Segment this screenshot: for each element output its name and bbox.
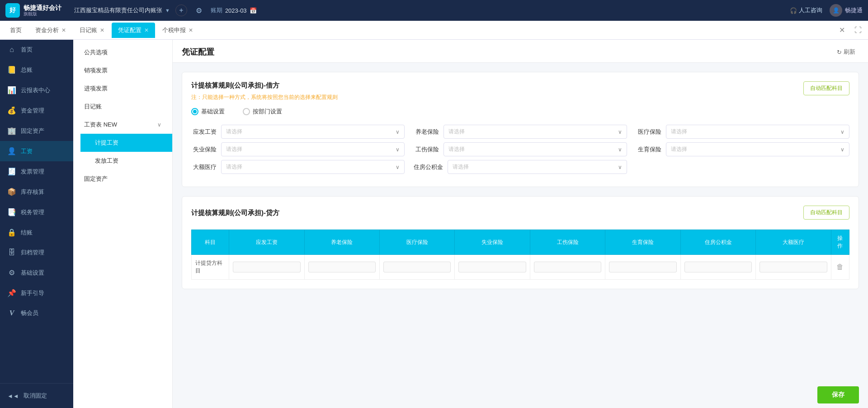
delete-row-button[interactable]: 🗑 [836,263,844,271]
sidebar-item-salary[interactable]: 👤 工资 [0,141,73,161]
sidebar-label-tax: 税务管理 [21,208,66,216]
debit-auto-match-button[interactable]: 自动匹配科目 [803,81,849,95]
tab-voucher[interactable]: 凭证配置 ✕ [112,23,155,38]
select-gross-salary-value: 请选择 [226,128,242,136]
add-button[interactable]: + [175,5,187,16]
select-injury[interactable]: 请选择 ∨ [443,142,627,156]
select-housing-fund-value: 请选择 [453,163,469,171]
sidebar-item-funds[interactable]: 💰 资金管理 [0,100,73,121]
tab-tax-close[interactable]: ✕ [189,27,193,33]
sidebar-item-close[interactable]: 🔒 结账 [0,222,73,243]
credit-auto-match-button[interactable]: 自动匹配科目 [803,206,849,220]
sidebar-label-home: 首页 [21,46,66,54]
radio-dept[interactable]: 按部门设置 [243,108,282,116]
accounting-period: 账期 2023-03 📅 [211,6,257,14]
close-all-button[interactable]: ✕ [835,24,848,37]
input-housing-fund[interactable] [684,262,752,272]
nav-pay-salary[interactable]: 发放工资 [80,152,172,170]
cancel-pin-button[interactable]: ◄◄ 取消固定 [0,387,73,404]
label-large-medical: 大额医疗 [191,163,217,171]
input-unemployment[interactable] [458,262,526,272]
sidebar-item-tax[interactable]: 📑 税务管理 [0,202,73,222]
radio-basic[interactable]: 基础设置 [191,108,225,116]
refresh-button[interactable]: ↻ 刷新 [833,46,859,58]
table-header-row: 科目 应发工资 养老保险 医疗保险 失业保险 工伤保险 生育保险 住房公积金 大… [192,230,849,255]
select-maternity-arrow: ∨ [840,146,844,153]
input-maternity[interactable] [609,262,676,272]
nav-purchase-invoice[interactable]: 进项发票 [73,80,172,98]
sidebar-item-home[interactable]: ⌂ 首页 [0,40,73,60]
funds-icon: 💰 [7,106,16,115]
nav-salary-table-header[interactable]: 工资表 NEW ∨ [73,116,172,134]
label-housing-fund: 住房公积金 [414,163,443,171]
sidebar-item-archive[interactable]: 🗄 归档管理 [0,243,73,263]
select-unemployment[interactable]: 请选择 ∨ [221,142,405,156]
close-period-icon: 🔒 [7,228,16,237]
expand-button[interactable]: ⛶ [852,24,864,37]
tab-journal-close[interactable]: ✕ [100,27,104,33]
settings-button[interactable]: ⚙ [193,4,205,17]
save-btn-area: 保存 [173,382,868,408]
sidebar-item-inventory[interactable]: 📦 库存核算 [0,182,73,202]
sidebar-item-assets[interactable]: 🏢 固定资产 [0,121,73,141]
calendar-icon[interactable]: 📅 [250,7,257,14]
sidebar-label-inventory: 库存核算 [21,188,66,196]
field-unemployment: 失业保险 请选择 ∨ [191,142,405,156]
sidebar-item-member[interactable]: V 畅会员 [0,303,73,323]
top-bar: 好 畅捷通好会计 旗舰版 江西服宝精品有限责任公司内账张 ▼ + ⚙ 账期 20… [0,0,868,21]
page-title: 凭证配置 [182,47,214,57]
tab-funds-close[interactable]: ✕ [61,27,66,33]
sidebar-item-reports[interactable]: 📊 云报表中心 [0,80,73,100]
tab-tax[interactable]: 个税申报 ✕ [156,23,199,38]
company-selector[interactable]: 江西服宝精品有限责任公司内账张 ▼ [74,6,170,14]
input-injury[interactable] [534,262,601,272]
tab-home[interactable]: 首页 [4,23,28,38]
expand-arrow: ∨ [157,122,161,128]
debit-form-row2: 失业保险 请选择 ∨ 工伤保险 请选择 ∨ [191,142,849,156]
th-unemployment: 失业保险 [455,230,530,255]
debit-section-note: 注：只能选择一种方式，系统将按照您当前的选择来配置规则 [191,94,338,101]
tab-funds[interactable]: 资金分析 ✕ [29,23,72,38]
field-injury: 工伤保险 请选择 ∨ [414,142,627,156]
sidebar-item-settings[interactable]: ⚙ 基础设置 [0,263,73,283]
debit-section: 计提核算规则(公司承担)-借方 注：只能选择一种方式，系统将按照您当前的选择来配… [182,72,859,187]
radio-group: 基础设置 按部门设置 [191,108,849,116]
select-large-medical[interactable]: 请选择 ∨ [221,160,405,174]
inventory-icon: 📦 [7,188,16,196]
select-large-medical-arrow: ∨ [396,164,400,170]
content-area: 公共选项 销项发票 进项发票 日记账 工资表 NEW ∨ 计提工资 [73,40,868,408]
select-gross-salary[interactable]: 请选择 ∨ [221,125,405,139]
user-area[interactable]: 👤 畅捷通 [830,4,863,17]
input-gross-salary[interactable] [233,262,300,272]
refresh-icon: ↻ [837,49,842,56]
nav-calc-salary[interactable]: 计提工资 [80,134,172,152]
sidebar-item-guide[interactable]: 📌 新手引导 [0,283,73,303]
nav-sales-invoice[interactable]: 销项发票 [73,61,172,80]
save-button[interactable]: 保存 [817,386,859,403]
select-housing-fund[interactable]: 请选择 ∨ [448,160,627,174]
sidebar-label-assets: 固定资产 [21,127,66,135]
cell-pension [304,255,379,280]
nav-salary-table-group: 工资表 NEW ∨ 计提工资 发放工资 [73,116,172,170]
select-medical[interactable]: 请选择 ∨ [666,125,849,139]
th-maternity: 生育保险 [605,230,680,255]
nav-fixed-assets[interactable]: 固定资产 [73,170,172,188]
select-pension[interactable]: 请选择 ∨ [443,125,627,139]
period-label: 账期 [211,6,222,14]
nav-public[interactable]: 公共选项 [73,43,172,61]
nav-journal[interactable]: 日记账 [73,98,172,116]
sidebar-item-ledger[interactable]: 📒 总账 [0,60,73,80]
tax-icon: 📑 [7,208,16,216]
tab-journal[interactable]: 日记账 ✕ [73,23,111,38]
ledger-icon: 📒 [7,66,16,74]
input-large-medical[interactable] [760,262,827,272]
sidebar-item-invoice[interactable]: 🧾 发票管理 [0,161,73,182]
service-button[interactable]: 🎧 人工咨询 [786,5,826,16]
select-gross-salary-arrow: ∨ [396,129,400,135]
input-medical[interactable] [383,262,451,272]
tab-voucher-close[interactable]: ✕ [144,27,149,33]
select-maternity[interactable]: 请选择 ∨ [666,142,849,156]
assets-icon: 🏢 [7,127,16,135]
input-pension[interactable] [308,262,376,272]
select-injury-arrow: ∨ [618,146,622,153]
